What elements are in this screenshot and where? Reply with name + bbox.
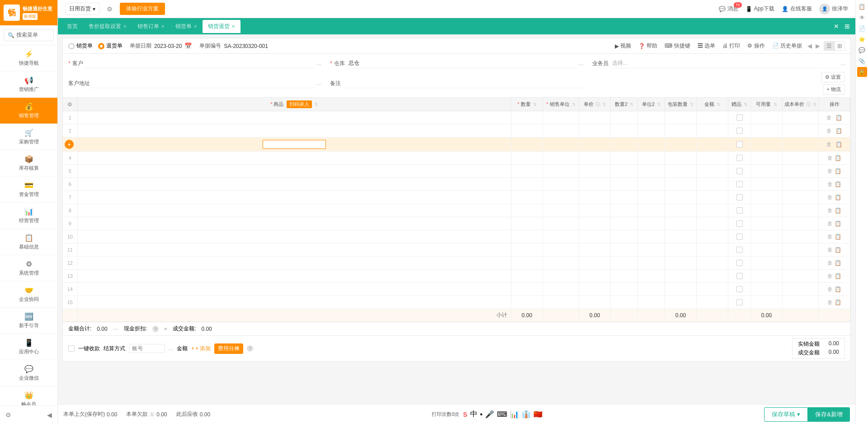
sidebar-item-marketing[interactable]: 📢 营销推广 <box>0 71 57 98</box>
warehouse-select-button[interactable]: ... <box>579 60 583 67</box>
date-picker-button[interactable]: 📅 <box>184 43 192 49</box>
copy-row-6-button[interactable]: 📋 <box>834 180 842 188</box>
search-menu-button[interactable]: 🔍 搜索菜单 <box>4 29 54 41</box>
sidebar-search[interactable]: 🔍 搜索菜单 <box>0 25 57 45</box>
settings-right-button[interactable]: ⚙ 设置 <box>821 72 845 82</box>
sort-icon-pack[interactable]: ⇅ <box>690 102 693 107</box>
delete-row-7-button[interactable]: 🗑 <box>826 193 834 201</box>
tab-close-price-setting[interactable]: ✕ <box>123 24 127 29</box>
grid-view-button[interactable]: ⊞ <box>835 41 845 51</box>
customer-select-button[interactable]: ... <box>316 60 321 67</box>
select-button[interactable]: ☰ 选单 <box>696 41 717 51</box>
sidebar-item-wechat[interactable]: 💬 企业微信 <box>0 360 57 386</box>
right-panel-icon-3[interactable]: 📄 <box>857 24 867 33</box>
return-radio[interactable]: 退货单 <box>98 42 123 50</box>
delete-row-14-button[interactable]: 🗑 <box>826 285 834 293</box>
sidebar-item-sales[interactable]: 💰 销售管理 <box>0 98 57 124</box>
online-service-button[interactable]: 👤 在线客服 <box>782 5 812 13</box>
shortcut-button[interactable]: ⌨ 快捷键 <box>663 41 692 51</box>
sort-icon-qty2[interactable]: ⇅ <box>630 102 633 107</box>
copy-row-4-button[interactable]: 📋 <box>834 154 842 162</box>
tab-sales-return[interactable]: 销货退货 ✕ <box>203 20 241 33</box>
save-draft-button[interactable]: 保存草稿 ▾ <box>764 407 808 422</box>
video-button[interactable]: ▶ 视频 <box>613 41 633 51</box>
save-new-button[interactable]: 保存&新增 <box>808 407 850 422</box>
sidebar-item-inventory[interactable]: 📦 库存核算 <box>0 150 57 176</box>
experience-btn[interactable]: 体验行业方案 <box>120 3 165 15</box>
sort-icon-product[interactable]: ⇅ <box>314 102 318 107</box>
gift-checkbox-13[interactable] <box>736 273 743 279</box>
next-record-button[interactable]: ▶ <box>816 43 820 49</box>
copy-row-10-button[interactable]: 📋 <box>834 233 842 241</box>
address-select-button[interactable]: ... <box>316 80 321 86</box>
app-download-button[interactable]: 📱 App下载 <box>745 5 774 13</box>
right-panel-icon-1[interactable]: 📋 <box>857 2 867 12</box>
delete-row-4-button[interactable]: 🗑 <box>826 154 834 162</box>
copy-row-14-button[interactable]: 📋 <box>834 285 842 293</box>
sidebar-item-operation[interactable]: 📊 经营管理 <box>0 203 57 229</box>
delete-row-11-button[interactable]: 🗑 <box>826 246 834 254</box>
copy-row-12-button[interactable]: 📋 <box>834 259 842 267</box>
sidebar-item-purchase[interactable]: 🛒 采购管理 <box>0 124 57 150</box>
tool4-icon[interactable]: ⌨ <box>497 410 507 419</box>
sort-icon-available[interactable]: ⇅ <box>774 102 777 107</box>
sort-icon-amount[interactable]: ⇅ <box>717 102 720 107</box>
topbar-settings-button[interactable]: ⚙ <box>105 4 114 14</box>
copy-row-1-button[interactable]: 📋 <box>835 114 843 122</box>
delete-row-1-button[interactable]: 🗑 <box>826 114 833 122</box>
tab-expand-button[interactable]: ⊞ <box>843 22 852 31</box>
sidebar-item-basic-info[interactable]: 📋 基础信息 <box>0 229 57 255</box>
right-panel-icon-6[interactable]: 📎 <box>857 56 867 66</box>
daily-select[interactable]: 日用百货 ▾ <box>65 3 99 15</box>
tab-home[interactable]: 首页 <box>61 20 83 33</box>
tool3-icon[interactable]: 🎤 <box>485 410 494 419</box>
collapse-button[interactable]: ◀ <box>45 410 54 420</box>
copy-row-3-button[interactable]: 📋 <box>835 140 843 148</box>
help-icon-cash[interactable]: ? <box>152 326 159 332</box>
account-input[interactable] <box>129 344 165 353</box>
gift-checkbox-2[interactable] <box>736 128 743 134</box>
copy-row-9-button[interactable]: 📋 <box>834 219 842 228</box>
right-panel-icon-5[interactable]: 💬 <box>857 45 867 55</box>
sidebar-item-member[interactable]: 👑 畅会员 <box>0 386 57 405</box>
copy-row-13-button[interactable]: 📋 <box>834 272 842 280</box>
tab-close-sales-order[interactable]: ✕ <box>161 24 165 29</box>
gift-checkbox-1[interactable] <box>736 114 743 121</box>
gift-checkbox-4[interactable] <box>736 155 743 161</box>
delete-row-2-button[interactable]: 🗑 <box>826 127 833 135</box>
sort-icon-unit2[interactable]: ⇅ <box>657 102 660 107</box>
salesperson-select-button[interactable]: ... <box>840 60 845 67</box>
copy-row-11-button[interactable]: 📋 <box>834 246 842 254</box>
fee-split-button[interactable]: 费用分摊 <box>214 343 243 354</box>
print-button[interactable]: 🖨 打印 <box>721 41 742 51</box>
tool6-icon[interactable]: 👔 <box>522 410 531 419</box>
delete-row-10-button[interactable]: 🗑 <box>826 233 834 241</box>
tool7-icon[interactable]: 🇨🇳 <box>533 410 542 419</box>
sidebar-item-app-center[interactable]: 📱 应用中心 <box>0 334 57 360</box>
sidebar-item-system[interactable]: ⚙ 系统管理 <box>0 255 57 281</box>
delete-row-13-button[interactable]: 🗑 <box>826 272 834 280</box>
copy-row-8-button[interactable]: 📋 <box>834 206 842 214</box>
delete-row-3-button[interactable]: 🗑 <box>826 140 833 148</box>
list-view-button[interactable]: ☰ <box>824 41 835 51</box>
tab-close-all-button[interactable]: ✕ <box>832 22 841 31</box>
sort-icon-quantity[interactable]: ⇅ <box>533 102 537 107</box>
tab-price-setting[interactable]: 售价提取设置 ✕ <box>83 20 132 33</box>
s-icon[interactable]: S <box>463 411 467 418</box>
operate-button[interactable]: ⚙ 操作 <box>745 41 766 51</box>
copy-row-5-button[interactable]: 📋 <box>834 167 842 175</box>
add-payment-button[interactable]: + + 添加 <box>191 345 211 353</box>
delete-row-5-button[interactable]: 🗑 <box>826 167 834 175</box>
copy-row-15-button[interactable]: 📋 <box>834 298 842 306</box>
copy-row-7-button[interactable]: 📋 <box>834 193 842 201</box>
sidebar-item-guide[interactable]: 🆕 新手引导 <box>0 308 57 334</box>
account-select[interactable]: ... <box>169 345 173 352</box>
message-button[interactable]: 💬 消息 70 <box>719 5 738 13</box>
add-row-button[interactable]: + <box>65 140 74 149</box>
tab-sales-order[interactable]: 销售订单 ✕ <box>132 20 170 33</box>
product-input-3[interactable] <box>263 140 326 149</box>
sort-icon-price[interactable]: ⇅ <box>602 102 606 107</box>
gift-checkbox-7[interactable] <box>736 194 743 200</box>
sidebar-item-finance[interactable]: 💳 资金管理 <box>0 176 57 203</box>
user-profile[interactable]: 👤 徐泽华 <box>819 4 848 14</box>
